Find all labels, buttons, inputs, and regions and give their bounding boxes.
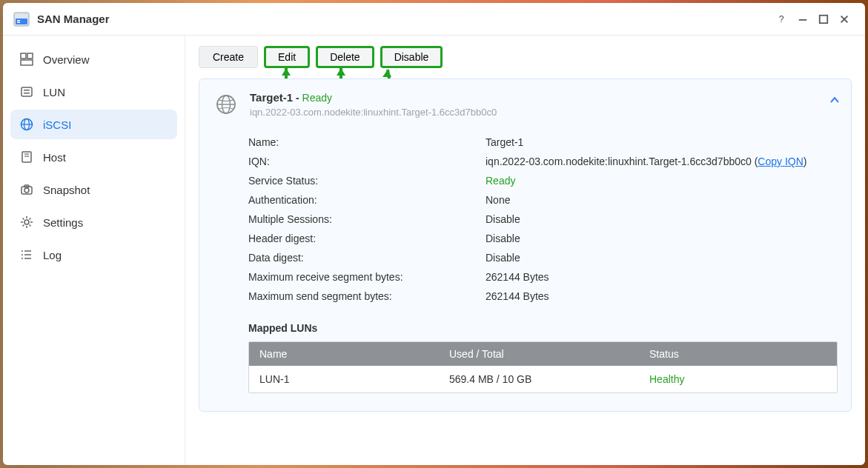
label-max-send: Maximum send segment bytes: [248, 290, 486, 302]
target-name: Target-1 [250, 91, 293, 104]
svg-marker-34 [337, 68, 345, 76]
maximize-button[interactable] [813, 9, 834, 30]
svg-marker-35 [382, 70, 391, 77]
titlebar: SAN Manager ? [3, 3, 865, 36]
list-icon [19, 247, 34, 262]
sidebar-item-snapshot[interactable]: Snapshot [10, 175, 177, 204]
label-auth: Authentication: [248, 194, 486, 206]
cell-status: Healthy [649, 373, 829, 385]
svg-rect-11 [21, 60, 33, 65]
host-icon [19, 150, 34, 164]
svg-rect-13 [24, 90, 30, 91]
value-multi-sessions: Disable [486, 213, 520, 225]
svg-marker-32 [282, 68, 291, 76]
app-window: SAN Manager ? Overview LUN iSCSI Host [3, 3, 865, 465]
label-data-digest: Data digest: [248, 252, 486, 264]
mapped-luns-heading: Mapped LUNs [248, 322, 838, 334]
delete-button[interactable]: Delete [316, 46, 374, 68]
value-auth: None [486, 194, 510, 206]
nav-label: iSCSI [43, 118, 71, 131]
table-row[interactable]: LUN-1 569.4 MB / 10 GB Healthy [249, 366, 837, 392]
nav-label: Log [43, 249, 62, 261]
nav-label: LUN [43, 86, 65, 98]
label-iqn: IQN: [248, 156, 486, 167]
col-header-name: Name [256, 348, 449, 360]
globe-icon [213, 91, 239, 118]
svg-text:?: ? [779, 14, 784, 24]
svg-rect-6 [820, 15, 828, 23]
close-button[interactable] [834, 9, 855, 30]
sidebar-item-iscsi[interactable]: iSCSI [10, 110, 177, 139]
help-button[interactable]: ? [772, 9, 792, 30]
label-name: Name: [248, 136, 486, 148]
value-max-send: 262144 Bytes [486, 290, 549, 302]
value-iqn: iqn.2022-03.com.nodekite:linuxhint.Targe… [486, 156, 807, 167]
nav-label: Settings [43, 216, 83, 229]
disk-icon [19, 84, 34, 99]
target-details: Name:Target-1 IQN:iqn.2022-03.com.nodeki… [248, 133, 838, 306]
label-multi-sessions: Multiple Sessions: [248, 213, 486, 225]
disable-button[interactable]: Disable [380, 46, 443, 68]
nav-label: Snapshot [43, 184, 90, 196]
gear-icon [19, 215, 34, 230]
value-name: Target-1 [486, 136, 523, 148]
svg-rect-18 [22, 152, 31, 162]
value-data-digest: Disable [486, 252, 520, 264]
target-status: Ready [302, 92, 332, 104]
svg-rect-9 [21, 53, 26, 58]
content: Overview LUN iSCSI Host Snapshot Setting… [3, 36, 865, 465]
value-max-receive: 262144 Bytes [486, 271, 549, 283]
copy-iqn-link[interactable]: Copy IQN [758, 156, 803, 167]
app-title: SAN Manager [37, 13, 110, 25]
nav-label: Overview [43, 53, 90, 66]
sidebar-item-log[interactable]: Log [10, 240, 177, 270]
toolbar: Create Edit Delete Disable 1 2 3 [199, 46, 852, 68]
nav-label: Host [43, 151, 66, 164]
cell-used: 569.4 MB / 10 GB [449, 373, 649, 385]
col-header-status: Status [649, 348, 829, 360]
svg-point-24 [24, 220, 29, 224]
svg-rect-12 [21, 87, 32, 96]
label-header-digest: Header digest: [248, 233, 486, 244]
sidebar-item-host[interactable]: Host [10, 142, 177, 172]
sidebar-item-settings[interactable]: Settings [10, 207, 177, 237]
app-icon [13, 12, 30, 27]
value-service-status: Ready [486, 175, 515, 187]
table-header: Name Used / Total Status [249, 342, 837, 366]
create-button[interactable]: Create [199, 46, 258, 68]
main: Create Edit Delete Disable 1 2 3 [185, 36, 865, 465]
value-header-digest: Disable [486, 233, 520, 244]
svg-rect-3 [17, 21, 20, 23]
svg-rect-2 [17, 20, 20, 21]
svg-point-22 [24, 188, 29, 193]
svg-rect-14 [24, 93, 30, 94]
mapped-luns-table: Name Used / Total Status LUN-1 569.4 MB … [248, 341, 838, 393]
camera-icon [19, 182, 34, 197]
svg-rect-10 [27, 53, 33, 58]
target-iqn-subtitle: iqn.2022-03.com.nodekite:linuxhint.Targe… [250, 107, 497, 118]
cell-name: LUN-1 [256, 373, 449, 385]
label-max-receive: Maximum receive segment bytes: [248, 271, 486, 283]
svg-rect-5 [799, 19, 807, 21]
globe-icon [19, 117, 34, 132]
minimize-button[interactable] [792, 9, 813, 30]
target-header[interactable]: Target-1 - Ready iqn.2022-03.com.nodekit… [213, 91, 838, 118]
chevron-up-icon[interactable] [829, 94, 841, 108]
sidebar-item-lun[interactable]: LUN [10, 77, 177, 107]
col-header-used: Used / Total [449, 348, 649, 360]
edit-button[interactable]: Edit [264, 46, 310, 68]
sidebar-item-overview[interactable]: Overview [10, 44, 177, 74]
dashboard-icon [19, 52, 34, 67]
label-service-status: Service Status: [248, 175, 486, 187]
sidebar: Overview LUN iSCSI Host Snapshot Setting… [3, 36, 185, 465]
svg-rect-1 [16, 19, 27, 24]
target-panel: Target-1 - Ready iqn.2022-03.com.nodekit… [199, 78, 852, 412]
status-separator: - [296, 92, 299, 104]
